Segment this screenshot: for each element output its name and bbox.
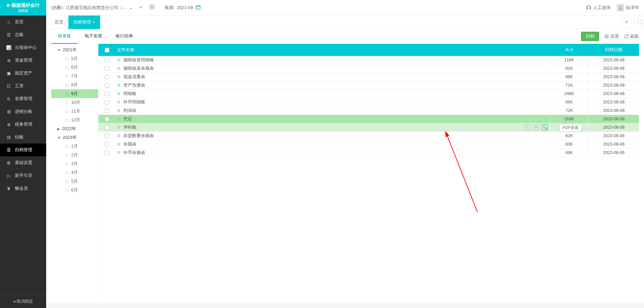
row-checkbox[interactable] <box>105 134 109 138</box>
sub-tab-1[interactable]: 电子发票 <box>78 29 109 44</box>
sidebar-item-3[interactable]: ⊚资金管理 <box>0 54 46 67</box>
tree-month[interactable]: 🗀10月 <box>51 98 98 107</box>
sidebar-item-12[interactable]: ▷新手引导 <box>0 169 46 182</box>
page-tab-0[interactable]: 首页 <box>50 16 68 29</box>
user-menu[interactable]: 徐泽华 <box>617 4 639 11</box>
settings-link[interactable]: 设置 <box>604 33 619 39</box>
home-icon: ⌂ <box>6 19 11 25</box>
tree-month[interactable]: 🗀3月 <box>51 159 98 168</box>
tree-month[interactable]: 🗀2月 <box>51 151 98 159</box>
file-name: 明细账 <box>123 91 136 97</box>
table-row[interactable]: 🗎凭证163K2023-06-06 <box>98 115 639 123</box>
tree-month-label: 6月 <box>71 64 78 70</box>
sidebar-item-1[interactable]: ☰总账 <box>0 28 46 41</box>
consult-button[interactable]: 人工咨询 <box>586 5 611 11</box>
sidebar-item-6[interactable]: ⎘发票管理 <box>0 92 46 105</box>
table-row[interactable]: 🗎辅助核算明细账116K2023-06-06 <box>98 56 639 64</box>
table-row[interactable]: 🗎现金流量表66K2023-06-06 <box>98 73 639 81</box>
archive-date: 2023-06-06 <box>588 56 639 64</box>
tree-month[interactable]: 🗀4月 <box>51 168 98 177</box>
row-checkbox[interactable] <box>105 151 109 155</box>
sidebar-item-label: 总账 <box>15 32 24 38</box>
row-checkbox[interactable] <box>105 100 109 104</box>
sidebar-item-2[interactable]: 📊云报表中心 <box>0 41 46 54</box>
page-tab-1[interactable]: 归档管理× <box>68 16 100 29</box>
sidebar-item-label: 新手引导 <box>15 173 32 179</box>
tree-month[interactable]: 🗀1月 <box>51 142 98 151</box>
tree-month[interactable]: 🗀11月 <box>51 107 98 116</box>
avatar-icon <box>617 4 624 11</box>
table-row[interactable]: 🗎存货数量余额表62K2023-06-06 <box>98 132 639 140</box>
inventory-icon: ⊞ <box>6 109 11 114</box>
file-name: 辅助核算明细账 <box>123 57 154 63</box>
tree-month[interactable]: 🗀6月 <box>51 63 98 72</box>
download-icon[interactable]: ⇩ <box>524 124 530 130</box>
refresh-link[interactable]: 刷新 <box>624 33 639 39</box>
table-row[interactable]: 🗎余额表83K2023-06-06 <box>98 140 639 149</box>
company-dropdown-icon[interactable]: ⌄ <box>129 5 133 10</box>
pdf-icon[interactable]: P <box>533 124 539 130</box>
file-table: 文件名称 大小 归档日期 🗎辅助核算明细账116K2023-06-06🗎辅助核算… <box>98 44 644 303</box>
sub-tab-2[interactable]: 银行回单 <box>109 29 140 44</box>
tree-year-label: 2022年 <box>62 126 76 132</box>
tree-month[interactable]: 🗀6月 <box>51 186 98 194</box>
sidebar-item-label: 畅会员 <box>15 185 28 191</box>
preview-icon[interactable]: 🔍 <box>542 124 548 130</box>
table-row[interactable]: 🗎辅助核算余额表81K2023-06-06 <box>98 64 639 73</box>
table-row[interactable]: 🗎明细账246K2023-06-06 <box>98 90 639 98</box>
fullscreen-button[interactable]: ⛶ <box>635 18 644 27</box>
archive-date: 2023-06-06 <box>588 123 639 131</box>
horizontal-scrollbar[interactable] <box>46 303 644 308</box>
tree-month-label: 6月 <box>71 187 78 193</box>
file-name: 序时账 <box>123 125 136 130</box>
close-icon[interactable]: × <box>93 20 95 25</box>
table-row[interactable]: 🗎外币明细账55K2023-06-06 <box>98 98 639 106</box>
file-name: 外币明细账 <box>123 99 145 105</box>
row-checkbox[interactable] <box>105 117 109 121</box>
archive-button[interactable]: 归档 <box>581 32 599 41</box>
tree-month[interactable]: 🗀5月 <box>51 177 98 186</box>
row-checkbox[interactable] <box>105 109 109 113</box>
close-tab-button[interactable]: ✕ <box>622 18 631 27</box>
sidebar-item-4[interactable]: ▣固定资产 <box>0 67 46 80</box>
add-icon[interactable]: + <box>139 4 143 11</box>
tree-month[interactable]: 🗀8月 <box>51 81 98 89</box>
tree-month[interactable]: 🗀9月 <box>51 89 98 98</box>
table-row[interactable]: 🗎序时账⇩P🔍PDF查看13K2023-06-06 <box>98 123 639 132</box>
sub-tab-0[interactable]: 财务账 <box>51 29 78 44</box>
row-checkbox[interactable] <box>105 142 109 147</box>
sidebar-item-7[interactable]: ⊞进销台账 <box>0 105 46 118</box>
tree-year-2[interactable]: ▼2023年 <box>51 133 98 142</box>
row-checkbox[interactable] <box>105 66 109 71</box>
sidebar-item-8[interactable]: ⊛税务管理 <box>0 118 46 131</box>
tree-year-1[interactable]: ▶2022年 <box>51 124 98 133</box>
sidebar-item-10[interactable]: 🗄归档管理 <box>0 144 46 156</box>
table-row[interactable]: 🗎资产负债表71K2023-06-06 <box>98 81 639 90</box>
table-row[interactable]: 🗎外币余额表48K2023-06-06 <box>98 149 639 157</box>
tree-month[interactable]: 🗀5月 <box>51 54 98 63</box>
row-checkbox[interactable] <box>105 125 109 130</box>
gear-icon[interactable] <box>149 4 155 11</box>
sidebar-item-11[interactable]: ⚙基础设置 <box>0 156 46 169</box>
sidebar-item-13[interactable]: ♛畅会员 <box>0 182 46 195</box>
file-name: 余额表 <box>123 142 136 147</box>
row-checkbox[interactable] <box>105 92 109 96</box>
table-row[interactable]: 🗎利润表72K2023-06-06 <box>98 106 639 115</box>
calendar-icon[interactable] <box>195 4 201 11</box>
row-checkbox[interactable] <box>105 83 109 88</box>
row-checkbox[interactable] <box>105 58 109 62</box>
money-icon: ⊚ <box>6 58 11 63</box>
tree-month[interactable]: 🗀7月 <box>51 72 98 81</box>
svg-rect-1 <box>196 5 200 9</box>
sidebar-item-5[interactable]: ☷工资 <box>0 80 46 92</box>
sidebar-item-0[interactable]: ⌂首页 <box>0 16 46 28</box>
sidebar-item-label: 资金管理 <box>15 57 32 63</box>
sidebar-item-9[interactable]: ⊟结账 <box>0 131 46 144</box>
row-checkbox[interactable] <box>105 75 109 79</box>
unpin-button[interactable]: ⇤ 取消固定 <box>0 295 46 308</box>
tree-year-0[interactable]: ▼2021年 <box>51 45 98 54</box>
folder-icon: 🗀 <box>65 144 69 149</box>
tree-month[interactable]: 🗀12月 <box>51 116 98 124</box>
company-name: (勿删）江西服宝精品有限责任公司（... <box>51 5 126 11</box>
select-all-checkbox[interactable] <box>105 48 109 52</box>
